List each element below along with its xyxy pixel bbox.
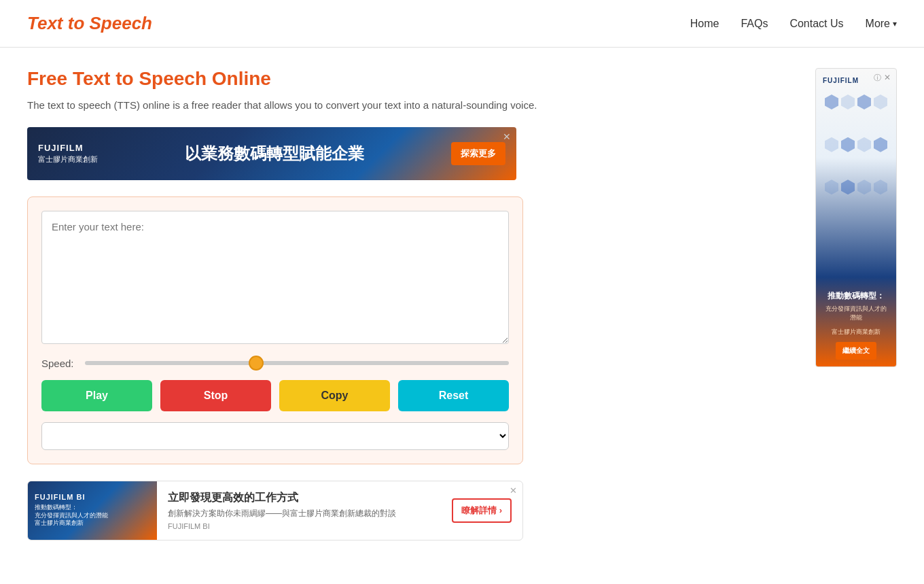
ad-bottom-cta-label: 瞭解詳情 bbox=[461, 504, 497, 517]
ad-bottom-cta-area: 瞭解詳情 › bbox=[452, 498, 522, 523]
sidebar: FUJIFILM ⓘ ✕ 推動數碼轉型： 充分發揮資訊與人才的潛能 富士膠片商 bbox=[815, 68, 897, 551]
hex-11 bbox=[857, 179, 871, 194]
ad-bottom-image: FUJIFILM BI 推動數碼轉型：充分發揮資訊與人才的潛能富士膠片商業創新 bbox=[28, 481, 157, 540]
reset-button[interactable]: Reset bbox=[398, 380, 509, 411]
hex-9 bbox=[825, 179, 838, 194]
ad-brand-left: FUJIFILM 富士膠片商業創新 bbox=[38, 143, 98, 165]
sidebar-ad-subtext: 充分發揮資訊與人才的潛能 bbox=[823, 305, 889, 322]
ad-bottom-headline: 立即發現更高效的工作方式 bbox=[168, 491, 441, 505]
hex-7 bbox=[857, 137, 871, 152]
hex-12 bbox=[874, 179, 887, 194]
ad-tagline: 富士膠片商業創新 bbox=[38, 154, 98, 165]
ad-cta-button[interactable]: 探索更多 bbox=[451, 142, 505, 165]
speed-control: Speed: bbox=[41, 358, 509, 369]
voice-select[interactable] bbox=[41, 422, 509, 450]
info-icon[interactable]: ⓘ bbox=[874, 73, 881, 83]
ad-bottom-cta-button[interactable]: 瞭解詳情 › bbox=[452, 498, 512, 523]
page-description: The text to speech (TTS) online is a fre… bbox=[27, 98, 795, 114]
sidebar-ad-cta-button[interactable]: 繼續全文 bbox=[836, 342, 876, 360]
sidebar-ad: FUJIFILM ⓘ ✕ 推動數碼轉型： 充分發揮資訊與人才的潛能 富士膠片商 bbox=[815, 68, 897, 367]
speed-slider[interactable] bbox=[85, 361, 509, 365]
hex-5 bbox=[825, 137, 838, 152]
ad-bottom-brand: FUJIFILM BI bbox=[168, 522, 441, 530]
hex-6 bbox=[841, 137, 855, 152]
play-button[interactable]: Play bbox=[41, 380, 152, 411]
page-title: Free Text to Speech Online bbox=[27, 68, 795, 90]
top-ad-banner: FUJIFILM 富士膠片商業創新 以業務數碼轉型賦能企業 探索更多 ✕ bbox=[27, 127, 516, 180]
ad-headline: 以業務數碼轉型賦能企業 bbox=[185, 143, 364, 165]
ad-brand-name: FUJIFILM bbox=[38, 143, 98, 153]
nav-more[interactable]: More ▾ bbox=[866, 18, 897, 30]
nav-contact[interactable]: Contact Us bbox=[789, 18, 843, 30]
nav-faqs[interactable]: FAQs bbox=[741, 18, 768, 30]
nav-more-label: More bbox=[866, 18, 890, 30]
site-logo[interactable]: Text to Speech bbox=[27, 13, 152, 34]
ad-bottom-text-area: 立即發現更高效的工作方式 創新解決方案助你未雨綢繆——與富士膠片商業創新總裁的對… bbox=[157, 484, 452, 537]
sidebar-ad-headline: 推動數碼轉型： bbox=[828, 290, 885, 302]
ad-bottom-brand-logo: FUJIFILM BI bbox=[35, 493, 86, 501]
speed-label: Speed: bbox=[41, 358, 74, 369]
hex-3 bbox=[857, 95, 871, 109]
action-buttons: Play Stop Copy Reset bbox=[41, 380, 509, 411]
site-header: Text to Speech Home FAQs Contact Us More… bbox=[0, 0, 924, 48]
hex-10 bbox=[841, 179, 855, 194]
copy-button[interactable]: Copy bbox=[279, 380, 390, 411]
hex-4 bbox=[874, 95, 887, 109]
sidebar-ad-tagline: 富士膠片商業創新 bbox=[832, 328, 881, 337]
sidebar-ad-brand: FUJIFILM bbox=[823, 77, 859, 84]
text-input[interactable] bbox=[41, 211, 509, 344]
nav-home[interactable]: Home bbox=[690, 18, 719, 30]
ad-bottom-close-icon[interactable]: ✕ bbox=[510, 485, 517, 496]
sidebar-ad-close-icon[interactable]: ✕ bbox=[884, 73, 891, 82]
hex-8 bbox=[874, 137, 887, 152]
chevron-right-icon: › bbox=[499, 505, 502, 515]
site-nav: Home FAQs Contact Us More ▾ bbox=[690, 18, 897, 30]
bottom-ad-banner: FUJIFILM BI 推動數碼轉型：充分發揮資訊與人才的潛能富士膠片商業創新 … bbox=[27, 481, 523, 540]
ad-bottom-img-tag: 推動數碼轉型：充分發揮資訊與人才的潛能富士膠片商業創新 bbox=[35, 504, 108, 528]
stop-button[interactable]: Stop bbox=[160, 380, 271, 411]
hex-1 bbox=[825, 95, 838, 109]
hex-decoration bbox=[816, 89, 896, 225]
chevron-down-icon: ▾ bbox=[893, 19, 897, 29]
main-content: Free Text to Speech Online The text to s… bbox=[27, 68, 795, 551]
hex-2 bbox=[841, 95, 855, 109]
ad-close-icon[interactable]: ✕ bbox=[503, 131, 511, 142]
tts-card: Speed: Play Stop Copy Reset bbox=[27, 196, 523, 464]
ad-bottom-subtext: 創新解決方案助你未雨綢繆——與富士膠片商業創新總裁的對談 bbox=[168, 508, 441, 519]
